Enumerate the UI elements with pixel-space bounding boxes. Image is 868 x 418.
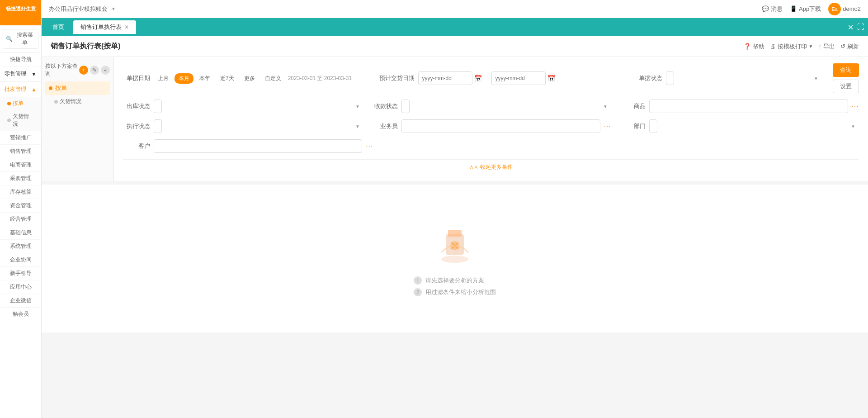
add-scheme-button[interactable]: + — [79, 66, 88, 75]
sidebar-submenu-item-orders[interactable]: 按单 — [0, 97, 41, 110]
calendar-to-icon: 📅 — [547, 75, 555, 82]
outbound-status-select[interactable] — [154, 100, 162, 113]
date-tab-this-month[interactable]: 本月 — [175, 73, 193, 84]
search-icon: 🔍 — [6, 36, 13, 42]
customer-input[interactable] — [154, 139, 362, 153]
topbar-right: 💬 消息 📱 App下载 Ea demo2 — [762, 3, 861, 15]
date-tab-this-year[interactable]: 本年 — [195, 73, 214, 84]
export-button[interactable]: ↑ 导出 — [819, 43, 835, 51]
filter-item-payment-status: 收款状态 — [371, 100, 611, 113]
scheme-item-arrears[interactable]: 欠货情况 — [45, 96, 110, 107]
sidebar-submenu-item-arrears[interactable]: 欠货情况 — [0, 110, 41, 131]
expected-date-from[interactable] — [418, 71, 472, 85]
department-select[interactable] — [649, 119, 657, 133]
sidebar-search-area: 🔍 搜索菜单 — [0, 25, 41, 53]
customer-more-icon[interactable]: ··· — [366, 142, 373, 150]
empty-state: 1 请先选择要分析的方案 2 用过滤条件来缩小分析范围 — [42, 185, 868, 332]
user-menu[interactable]: Ea demo2 — [828, 3, 861, 15]
tab-sales-order-exec[interactable]: 销售订单执行表 ✕ — [73, 20, 136, 34]
scheme-item-orders[interactable]: 按单 — [45, 81, 110, 95]
date-tab-more[interactable]: 更多 — [240, 73, 259, 84]
search-button[interactable]: 查询 — [833, 63, 859, 77]
tab-home[interactable]: 首页 — [45, 20, 71, 34]
edit-scheme-button[interactable]: ✎ — [90, 66, 99, 75]
date-tab-last-month[interactable]: 上月 — [154, 73, 173, 84]
sidebar-item-enterprise-wechat[interactable]: 企业微信 — [0, 294, 41, 308]
salesperson-input[interactable] — [401, 119, 600, 133]
search-menu-button[interactable]: 🔍 搜索菜单 — [3, 29, 38, 49]
calendar-from-icon: 📅 — [474, 75, 482, 82]
account-dropdown[interactable]: ▼ — [111, 6, 116, 11]
logo-subtitle: 标准版 — [13, 13, 28, 20]
filter-form: 单据日期 上月 本月 本年 近7天 更多 自定义 2023-03-01 至 20… — [114, 57, 868, 181]
doc-status-select[interactable] — [666, 71, 674, 85]
filter-panel: 按以下方案查询 + ✎ « 按单 欠货情况 — [42, 57, 868, 181]
goods-input[interactable] — [649, 100, 848, 113]
collapse-filter-bar[interactable]: ∧∧ 收起更多条件 — [123, 159, 859, 175]
date-tabs-wrapper: 上月 本月 本年 近7天 更多 自定义 2023-03-01 至 2023-03… — [154, 73, 352, 84]
settings-button[interactable]: 设置 — [833, 80, 859, 93]
date-tab-custom[interactable]: 自定义 — [261, 73, 285, 84]
sidebar-item-retail-mgmt[interactable]: 零售管理 ▼ — [0, 66, 41, 81]
avatar: Ea — [828, 3, 841, 15]
filter-item-customer: 客户 ··· — [123, 139, 373, 153]
sidebar-item-member[interactable]: 畅会员 — [0, 308, 41, 321]
expected-date-label: 预计交货日期 — [379, 74, 415, 82]
phone-icon: 📱 — [790, 5, 797, 12]
page-content: 销售订单执行表(按单) ❓ 帮助 🖨 按模板打印 ▼ ↑ 导出 ↺ 刷新 — [42, 36, 868, 418]
date-tab-7days[interactable]: 近7天 — [216, 73, 238, 84]
sidebar-item-wholesale-mgmt[interactable]: 批发管理 ▲ — [0, 82, 41, 97]
app-download-button[interactable]: 📱 App下载 — [790, 5, 821, 13]
goods-more-icon[interactable]: ··· — [852, 102, 859, 110]
exec-status-label: 执行状态 — [123, 122, 150, 130]
sidebar-item-fund[interactable]: 资金管理 — [0, 199, 41, 213]
sidebar-item-purchase[interactable]: 采购管理 — [0, 172, 41, 185]
sidebar-item-marketing[interactable]: 营销推广 — [0, 131, 41, 145]
outbound-status-wrapper — [154, 100, 363, 113]
date-range-text: 2023-03-01 至 2023-03-31 — [288, 75, 352, 82]
close-all-icon[interactable]: ✕ — [848, 23, 854, 32]
sidebar-item-new-user[interactable]: 新手引导 — [0, 267, 41, 280]
filter-row-1: 单据日期 上月 本月 本年 近7天 更多 自定义 2023-03-01 至 20… — [123, 63, 859, 93]
search-menu-label: 搜索菜单 — [14, 31, 35, 47]
collapse-sidebar-button[interactable]: « — [101, 66, 110, 75]
doc-status-select-wrapper — [666, 71, 822, 85]
logo: 畅捷通好生意 标准版 — [0, 0, 41, 25]
sidebar-item-app-center[interactable]: 应用中心 — [0, 280, 41, 294]
sidebar-item-sales-mgmt[interactable]: 销售管理 — [0, 145, 41, 158]
sidebar-item-ecommerce[interactable]: 电商管理 — [0, 158, 41, 172]
payment-status-select[interactable] — [401, 100, 410, 113]
search-buttons: 查询 设置 — [833, 63, 859, 93]
sidebar-item-system[interactable]: 系统管理 — [0, 240, 41, 253]
refresh-button[interactable]: ↺ 刷新 — [840, 43, 859, 51]
filter-item-goods: 商品 ··· — [618, 100, 859, 113]
empty-illustration — [432, 221, 477, 267]
fullscreen-icon[interactable]: ⛶ — [857, 23, 864, 31]
sidebar-item-operation[interactable]: 经营管理 — [0, 213, 41, 226]
chevron-up-icon: ▲ — [31, 86, 37, 93]
tabbar: 首页 销售订单执行表 ✕ ✕ ⛶ — [42, 18, 868, 36]
sidebar-item-basic-info[interactable]: 基础信息 — [0, 226, 41, 240]
exec-status-select[interactable] — [154, 119, 162, 133]
sidebar-group-retail: 零售管理 ▼ — [0, 66, 41, 82]
filter-row-2: 出库状态 收款状态 — [123, 100, 859, 113]
print-dropdown-icon: ▼ — [809, 44, 813, 49]
doc-status-label: 单据状态 — [635, 74, 662, 82]
account-title: 办公用品行业模拟账套 — [49, 5, 108, 13]
active-indicator — [7, 102, 11, 105]
tabbar-right: ✕ ⛶ — [848, 23, 864, 32]
print-icon: 🖨 — [770, 43, 776, 50]
filter-sidebar: 按以下方案查询 + ✎ « 按单 欠货情况 — [42, 57, 114, 181]
template-print-button[interactable]: 🖨 按模板打印 ▼ — [770, 43, 813, 51]
sidebar-item-enterprise-collab[interactable]: 企业协同 — [0, 253, 41, 267]
sidebar-submenu-wholesale: 按单 欠货情况 — [0, 97, 41, 131]
topbar: 办公用品行业模拟账套 ▼ 💬 消息 📱 App下载 Ea demo2 — [42, 0, 868, 18]
sidebar-item-quick-nav[interactable]: 快捷导航 — [0, 53, 41, 66]
salesperson-more-icon[interactable]: ··· — [604, 122, 611, 130]
message-button[interactable]: 💬 消息 — [762, 5, 783, 13]
inactive-indicator — [7, 119, 11, 122]
help-button[interactable]: ❓ 帮助 — [744, 43, 764, 51]
sidebar-item-inventory[interactable]: 库存核算 — [0, 185, 41, 199]
tab-close-icon[interactable]: ✕ — [124, 24, 129, 30]
expected-date-to[interactable] — [491, 71, 546, 85]
